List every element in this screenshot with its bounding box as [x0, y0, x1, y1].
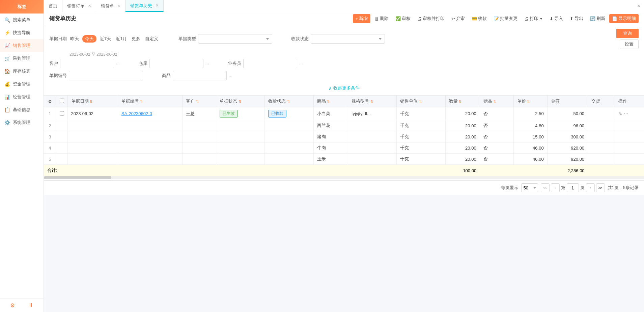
page-unit: 页: [580, 185, 585, 191]
warehouse-browse-icon[interactable]: ···: [205, 61, 209, 66]
tab-sales-history[interactable]: 销货单历史 ✕: [125, 0, 164, 12]
tab-home[interactable]: 首页: [44, 0, 62, 12]
table-scrollbar[interactable]: [44, 176, 644, 179]
export-button[interactable]: ⬆ 导出: [567, 14, 586, 23]
import-button[interactable]: ⬇ 导入: [547, 14, 566, 23]
sidebar-item-inventory[interactable]: 🏠 库存核算: [0, 65, 44, 78]
th-quantity[interactable]: 数量 ⇅: [445, 96, 480, 107]
status-badge-active: 已生效: [220, 110, 238, 118]
filter-doc-type-select[interactable]: [198, 34, 272, 44]
cell-amount: 50.00: [547, 107, 588, 120]
sort-icon-pay-status: ⇅: [287, 100, 290, 103]
first-page-button[interactable]: ≪: [541, 183, 550, 192]
customer-browse-icon[interactable]: ···: [116, 61, 120, 66]
cell-unit-price: 2.50: [513, 107, 547, 120]
table-footer: 每页显示 50 100 200 ≪ ‹ 第 页 › ≫ 共1页，5条记录: [44, 180, 644, 195]
select-all-checkbox[interactable]: [60, 99, 64, 103]
tab-sales-goods[interactable]: 销货单 ✕: [96, 0, 125, 12]
th-amount: 金额: [547, 96, 588, 107]
page-size-select[interactable]: 50 100 200: [521, 183, 538, 192]
summary-gift: [480, 165, 513, 177]
filter-customer-input[interactable]: [60, 59, 114, 68]
filter-pay-status-select[interactable]: [311, 34, 385, 44]
page-number-input[interactable]: [567, 183, 579, 192]
print-icon: 🖨: [524, 16, 529, 21]
summary-unit-price: [513, 165, 547, 177]
th-doc-status[interactable]: 单据状态 ⇅: [216, 96, 264, 107]
th-sales-unit[interactable]: 销售单位 ⇅: [397, 96, 445, 107]
more-action-icon[interactable]: ⋯: [624, 111, 628, 116]
filter-salesperson: 业务员 ···: [228, 59, 303, 68]
date-shortcut-more[interactable]: 更多: [130, 35, 142, 43]
th-unit-price[interactable]: 单价 ⇅: [513, 96, 547, 107]
goods-browse-icon[interactable]: ···: [229, 73, 232, 78]
table-row: 1 2023-06-02 SA-20230602-0 王总 已生效 已收款 小白…: [44, 107, 644, 120]
tab-close-sales-goods[interactable]: ✕: [117, 4, 120, 8]
doc-no-link[interactable]: SA-20230602-0: [121, 111, 152, 116]
tab-close-sales-order[interactable]: ✕: [88, 4, 91, 8]
sidebar-item-operations[interactable]: 📊 经营管理: [0, 90, 44, 103]
row-actions: ✎ ⋯: [618, 111, 641, 116]
sidebar-item-finance[interactable]: 💰 资金管理: [0, 78, 44, 90]
th-doc-date[interactable]: 单据日期 ⇅: [67, 96, 118, 107]
sidebar-item-sys-mgmt[interactable]: ⚙️ 系统管理: [0, 116, 44, 129]
tab-sales-order[interactable]: 销售订单 ✕: [62, 0, 96, 12]
sidebar-item-basic-info[interactable]: 📋 基础信息: [0, 103, 44, 116]
th-customer[interactable]: 客户 ⇅: [182, 96, 216, 107]
print-button[interactable]: 🖨 打印 ▼: [522, 14, 545, 23]
cell-pay-status: [265, 131, 313, 142]
sidebar-item-search-menu[interactable]: 🔍 搜索菜单: [0, 14, 44, 26]
filter-goods-input[interactable]: [173, 71, 227, 80]
status-badge-paid: 已收款: [268, 110, 286, 118]
filter-salesperson-input[interactable]: [243, 59, 297, 68]
th-settings[interactable]: ⚙: [44, 96, 56, 107]
gear-icon: ⚙️: [4, 120, 10, 126]
per-page-label: 每页显示: [501, 185, 519, 191]
edit-action-icon[interactable]: ✎: [618, 111, 622, 116]
setting-button[interactable]: 设置: [620, 40, 639, 49]
th-trade-label: 交货: [591, 99, 600, 104]
prev-page-button[interactable]: ‹: [551, 183, 560, 192]
sidebar-item-sales-mgmt[interactable]: 📈 销售管理: [0, 39, 44, 52]
date-shortcut-1month[interactable]: 近1月: [114, 35, 128, 43]
cell-amount: 920.00: [547, 154, 588, 165]
query-button[interactable]: 查询: [616, 29, 639, 38]
next-page-button[interactable]: ›: [586, 183, 595, 192]
pause-icon[interactable]: ⏸: [28, 302, 33, 309]
date-shortcut-today[interactable]: 今天: [82, 35, 96, 43]
show-details-button[interactable]: 📄 显示明细: [609, 14, 639, 23]
toolbar: 销货单历史 + 新增 🗑 删除 ✅ 审核 🖨 审核并打印 ↩ 弃审: [44, 12, 644, 25]
cell-doc-date: [67, 154, 118, 165]
cell-doc-status: [216, 142, 264, 154]
th-gift[interactable]: 赠品 ⇅: [480, 96, 513, 107]
review-print-button[interactable]: 🖨 审核并打印: [415, 14, 447, 23]
collect-button[interactable]: 💳 收款: [469, 14, 489, 23]
th-pay-status[interactable]: 收款状态 ⇅: [265, 96, 313, 107]
date-shortcut-7days[interactable]: 近7天: [99, 35, 112, 43]
date-shortcut-yesterday[interactable]: 昨天: [69, 35, 80, 43]
tab-close-sales-history[interactable]: ✕: [156, 3, 159, 8]
th-doc-no[interactable]: 单据编号 ⇅: [118, 96, 182, 107]
filter-warehouse-input[interactable]: [149, 59, 203, 68]
settings-bottom-icon[interactable]: ⚙: [10, 302, 15, 309]
review-button[interactable]: ✅ 审核: [393, 14, 413, 23]
sidebar-item-purchase-mgmt[interactable]: 🛒 采购管理: [0, 52, 44, 65]
filter-row-1: 单据日期 昨天 今天 近7天 近1月 更多 自定义 单据类型: [49, 29, 639, 49]
th-spec-type[interactable]: 规格型号 ⇅: [348, 96, 397, 107]
tab-bar-close-all[interactable]: ✕: [637, 3, 644, 8]
row-checkbox[interactable]: [60, 111, 64, 115]
last-page-button[interactable]: ≫: [596, 183, 605, 192]
refresh-button[interactable]: 🔄 刷新: [587, 14, 608, 23]
new-button[interactable]: + 新增: [353, 14, 371, 23]
abandon-button[interactable]: ↩ 弃审: [449, 14, 468, 23]
salesperson-browse-icon[interactable]: ···: [299, 61, 303, 66]
date-shortcut-custom[interactable]: 自定义: [144, 35, 160, 43]
th-goods[interactable]: 商品 ⇅: [313, 96, 348, 107]
cell-customer: [182, 154, 216, 165]
filter-doc-no-input[interactable]: [69, 71, 143, 80]
delete-button[interactable]: 🗑 删除: [372, 14, 391, 23]
filter-customer: 客户 ···: [49, 59, 120, 68]
sidebar-item-quick-nav[interactable]: ⚡ 快捷导航: [0, 26, 44, 39]
collapse-filter-button[interactable]: ∧ 收起更多条件: [329, 84, 360, 92]
batch-change-button[interactable]: 📝 批量变更: [491, 14, 520, 23]
